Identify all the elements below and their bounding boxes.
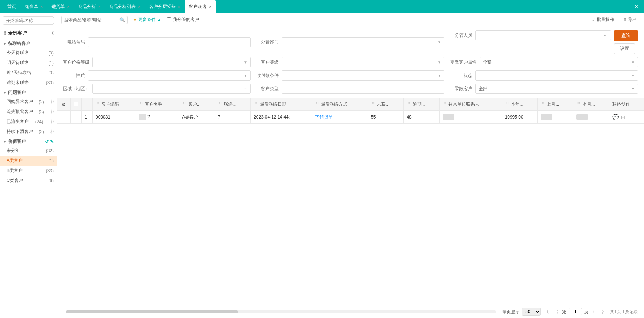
batch-ops-check-icon: ☑ (591, 17, 595, 22)
filter-person-input[interactable]: ··· (475, 30, 611, 40)
nav-home[interactable]: 首页 (3, 0, 21, 13)
close-analysis-list-tab-icon[interactable]: × (138, 4, 140, 9)
problem-customers-label: 问题客户 (8, 89, 26, 96)
row-checkbox[interactable] (71, 111, 82, 124)
col-name[interactable]: ⠿ 客户名称 (136, 98, 179, 111)
close-customer-contact-tab-icon[interactable]: × (209, 4, 211, 9)
row-settings (57, 111, 71, 124)
sidebar-item-type-c[interactable]: C类客户 (6) (0, 176, 57, 186)
sidebar-item-type-a[interactable]: A类客户 (1) (0, 156, 57, 166)
my-customers-checkbox-input[interactable] (167, 17, 171, 22)
col-this-month[interactable]: ⠿ 本月... (573, 98, 609, 111)
per-page-select[interactable]: 50 100 200 (522, 308, 541, 316)
close-all-tabs-icon[interactable]: × (632, 3, 641, 10)
row-this-year: 10995.00 (502, 111, 537, 124)
col-last-date[interactable]: ⠿ 最后联络日期 (251, 98, 312, 111)
filter-nature-select[interactable]: ▼ (88, 70, 251, 81)
col-checkbox-header[interactable] (71, 98, 82, 111)
last-page-button[interactable]: 》 (600, 308, 608, 316)
filter-scatter-customer-chevron-icon: ▼ (631, 87, 635, 91)
col-visits[interactable]: ⠿ 往来单位联系人 (439, 98, 502, 111)
value-customers-refresh-icon[interactable]: ↺ (45, 139, 49, 144)
sidebar-item-today-pending[interactable]: 今天待联络 (0) (0, 48, 57, 58)
toolbar-search-box[interactable]: 🔍 (61, 16, 128, 24)
close-customer-tier-tab-icon[interactable]: × (178, 4, 180, 9)
filter-person-dots-icon[interactable]: ··· (604, 33, 608, 38)
nav-tab-analysis-list[interactable]: 商品分析列表 × (105, 0, 144, 13)
sidebar-item-overdue-pending[interactable]: 逾期未联络 (30) (0, 78, 57, 88)
col-code[interactable]: ⠿ 客户编码 (93, 98, 136, 111)
filter-scatter-customer-select[interactable]: 全部 ▼ (475, 84, 638, 94)
col-contact[interactable]: ⠿ 联络... (215, 98, 250, 111)
sidebar-item-type-b[interactable]: B类客户 (33) (0, 166, 57, 176)
sidebar-item-churn-warning[interactable]: 流失预警客户 (3) ⓘ (0, 107, 57, 117)
col-last-month[interactable]: ⠿ 上月... (538, 98, 573, 111)
search-button[interactable]: 查询 (614, 30, 638, 41)
value-customers-edit-icon[interactable]: ✎ (50, 139, 54, 144)
col-type[interactable]: ⠿ 客户... (179, 98, 215, 111)
problem-customers-group[interactable]: ▼ 问题客户 (0, 88, 57, 97)
nav-tab-purchase[interactable]: 进货单 × (47, 0, 74, 13)
all-customers-header[interactable]: ⠿ 全部客户 《 (0, 28, 57, 39)
close-analysis-tab-icon[interactable]: × (98, 4, 100, 9)
sidebar-search-input[interactable] (6, 18, 57, 23)
col-last-method[interactable]: ⠿ 最后联络方式 (312, 98, 368, 111)
more-filters-button[interactable]: ▼ 更多条件 ▲ (130, 15, 164, 24)
row-comment-icon[interactable]: 💬 (612, 114, 619, 120)
filter-dept-select[interactable]: ▼ (282, 37, 444, 47)
my-customers-checkbox[interactable]: 我分管的客户 (167, 17, 199, 23)
sidebar-item-churned[interactable]: 已流失客户 (24) ⓘ (0, 117, 57, 127)
row-index: 1 (82, 111, 93, 124)
scrollbar-track[interactable] (66, 310, 496, 313)
row-last-method-link[interactable]: 下销货单 (315, 114, 333, 120)
scrollbar-thumb[interactable] (66, 310, 238, 313)
nav-tab-analysis[interactable]: 商品分析 × (74, 0, 105, 13)
select-all-checkbox[interactable] (74, 102, 78, 106)
filter-phone-input[interactable] (88, 37, 251, 47)
col-type-resize-icon: ⠿ (183, 102, 186, 107)
filter-price-grade-select[interactable]: ▼ (92, 57, 251, 67)
sidebar-item-declining[interactable]: 持续下滑客户 (2) ⓘ (0, 127, 57, 137)
row-last-method[interactable]: 下销货单 (312, 111, 368, 124)
nav-tab-customer-tier[interactable]: 客户分层经营 × (145, 0, 185, 13)
page-number-input[interactable] (569, 308, 582, 315)
nav-tab-customer-contact[interactable]: 客户联络 × (185, 0, 215, 13)
filter-customer-type-input[interactable] (282, 84, 444, 94)
sidebar-search-box[interactable]: 🔍 (3, 16, 54, 25)
filter-row-nature: 性质 ▼ (63, 70, 251, 81)
value-customers-group[interactable]: ▼ 价值客户 ↺ ✎ (0, 137, 57, 146)
sidebar-collapse-icon[interactable]: 《 (49, 30, 54, 36)
batch-ops-button[interactable]: ☑ 批量操作 (588, 15, 617, 24)
nav-tab-sales[interactable]: 销售单 × (21, 0, 47, 13)
sidebar-item-unclassified[interactable]: 未分组 (32) (0, 146, 57, 156)
col-settings[interactable]: ⚙ (57, 98, 71, 111)
col-not-linked[interactable]: ⠿ 未联... (368, 98, 404, 111)
close-sales-tab-icon[interactable]: × (40, 4, 43, 9)
row-grid-icon[interactable]: ⊞ (621, 114, 625, 120)
col-overdue[interactable]: ⠿ 逾期... (404, 98, 439, 111)
filter-status-select[interactable]: ▼ (475, 70, 638, 81)
filter-region-dots-icon[interactable]: ··· (244, 86, 247, 91)
filter-payment-select[interactable]: ▼ (282, 70, 444, 81)
row-select-checkbox[interactable] (74, 114, 78, 119)
pending-contact-group[interactable]: ▼ 待联络客户 (0, 39, 57, 48)
next-page-button[interactable]: 〉 (591, 308, 598, 316)
settings-button[interactable]: 设置 (614, 43, 635, 54)
prev-page-button[interactable]: 〈 (552, 308, 560, 316)
toolbar-search-input[interactable] (64, 17, 119, 22)
filter-scatter-attr-select[interactable]: 全部 ▼ (480, 57, 638, 67)
col-this-year[interactable]: ⠿ 本年... (502, 98, 537, 111)
sidebar-item-repurchase-abnormal[interactable]: 回购异常客户 (2) ⓘ (0, 97, 57, 107)
filter-region-input[interactable]: ··· (92, 84, 251, 94)
sidebar-item-tomorrow-pending[interactable]: 明天待联络 (1) (0, 58, 57, 68)
first-page-button[interactable]: 《 (543, 308, 550, 316)
col-contact-resize-icon: ⠿ (219, 102, 222, 107)
horizontal-scrollbar[interactable] (63, 310, 499, 313)
close-purchase-tab-icon[interactable]: × (67, 4, 69, 9)
sidebar-item-7day-pending[interactable]: 近7天待联络 (0) (0, 68, 57, 78)
col-this-year-label: 本年... (511, 102, 523, 107)
pending-contact-triangle-icon: ▼ (3, 42, 7, 46)
filter-customer-grade-select[interactable]: ▼ (282, 57, 444, 67)
export-button[interactable]: ⬆ 导出 (620, 15, 640, 24)
filter-icon: ▼ (133, 17, 137, 22)
